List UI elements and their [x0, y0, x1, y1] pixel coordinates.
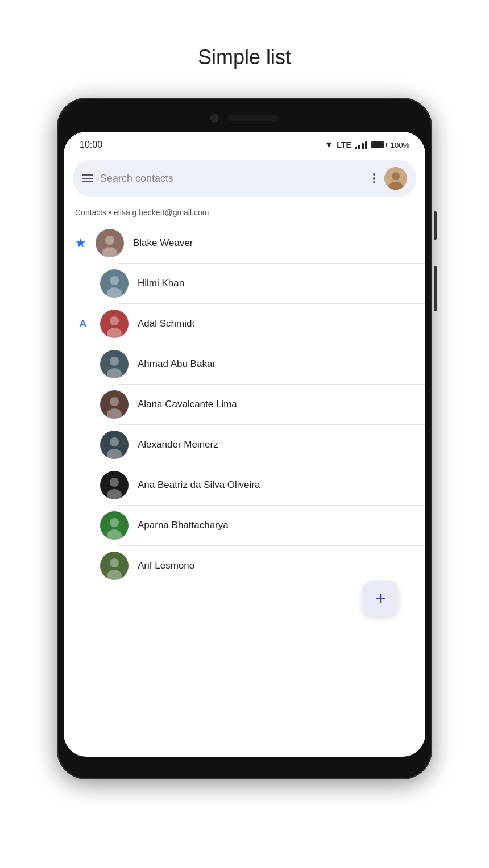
- svg-point-14: [107, 449, 122, 459]
- svg-point-3: [105, 236, 114, 245]
- phone-side-buttons: [434, 211, 437, 311]
- battery-tip: [386, 143, 387, 147]
- contact-row[interactable]: Hilmi Khan: [64, 264, 425, 303]
- signal-bar-2: [358, 145, 360, 149]
- contact-name: Alana Cavalcante Lima: [138, 399, 237, 410]
- svg-point-20: [107, 570, 122, 580]
- fab-area: +: [64, 581, 425, 616]
- phone-shell: 10:00 ▼ LTE 100%: [57, 98, 432, 779]
- signal-bar-3: [362, 143, 364, 149]
- contact-name: Ahmad Abu Bakar: [138, 358, 216, 370]
- account-subtitle: Contacts • elisa.g.beckett@gmail.com: [64, 205, 425, 223]
- contact-row[interactable]: Alana Cavalcante Lima: [64, 385, 425, 424]
- contact-avatar: [100, 269, 129, 298]
- hamburger-line-2: [82, 178, 93, 179]
- svg-point-1: [392, 172, 400, 180]
- contact-name: Aparna Bhattacharya: [138, 520, 229, 531]
- contact-avatar: [100, 390, 129, 419]
- svg-point-9: [110, 357, 119, 366]
- battery-percentage: 100%: [391, 141, 409, 149]
- svg-point-13: [110, 437, 119, 446]
- svg-point-10: [107, 368, 122, 378]
- contact-name: Alexander Meinerz: [138, 439, 218, 450]
- svg-point-4: [102, 247, 117, 257]
- status-icons: ▼ LTE 100%: [325, 140, 410, 150]
- svg-point-18: [107, 529, 122, 540]
- svg-point-5: [110, 276, 119, 285]
- status-bar: 10:00 ▼ LTE 100%: [64, 132, 425, 155]
- svg-point-15: [110, 478, 119, 487]
- contact-name: Hilmi Khan: [138, 278, 184, 289]
- phone-top-bar: [64, 105, 425, 132]
- svg-point-11: [110, 397, 119, 406]
- speaker: [227, 115, 279, 121]
- contact-avatar: [100, 350, 129, 378]
- battery-fill: [372, 143, 383, 147]
- power-button: [434, 266, 437, 311]
- contact-avatar: [100, 431, 129, 459]
- add-contact-fab[interactable]: +: [363, 581, 398, 616]
- contact-row[interactable]: Arif Lesmono: [64, 546, 425, 586]
- search-bar[interactable]: Search contacts: [73, 160, 416, 197]
- svg-point-12: [107, 408, 122, 419]
- signal-bar-4: [365, 141, 367, 149]
- account-avatar[interactable]: [384, 167, 407, 190]
- lte-label: LTE: [337, 140, 351, 149]
- svg-point-17: [110, 518, 119, 527]
- more-options-icon[interactable]: [371, 172, 378, 185]
- svg-point-6: [107, 287, 122, 298]
- hamburger-line-1: [82, 174, 93, 176]
- svg-point-16: [107, 489, 122, 499]
- volume-button: [434, 211, 437, 240]
- contact-avatar: [100, 552, 129, 580]
- search-bar-container: Search contacts: [64, 155, 425, 205]
- contact-avatar: [100, 511, 129, 540]
- contact-name: Blake Weaver: [133, 237, 193, 249]
- contact-name: Ana Beatriz da Silva Oliveira: [138, 479, 260, 491]
- contact-row[interactable]: Aparna Bhattacharya: [64, 506, 425, 545]
- signal-bar-1: [355, 147, 357, 149]
- front-camera: [210, 114, 218, 122]
- contact-row[interactable]: Ahmad Abu Bakar: [64, 344, 425, 384]
- battery-icon: [371, 141, 387, 148]
- phone-screen: 10:00 ▼ LTE 100%: [64, 132, 425, 757]
- battery-body: [371, 141, 384, 148]
- starred-mark: ★: [75, 236, 86, 251]
- contact-row[interactable]: ★ Blake Weaver: [64, 223, 425, 263]
- status-time: 10:00: [80, 140, 102, 150]
- contact-name: Adal Schmidt: [138, 318, 194, 329]
- svg-point-8: [107, 328, 122, 338]
- contact-row[interactable]: Ana Beatriz da Silva Oliveira: [64, 465, 425, 505]
- signal-bars: [355, 140, 367, 149]
- page-title: Simple list: [198, 45, 291, 69]
- hamburger-line-3: [82, 181, 93, 182]
- search-input[interactable]: Search contacts: [100, 173, 364, 185]
- contact-avatar: [100, 310, 129, 338]
- svg-point-7: [110, 316, 119, 326]
- contact-row[interactable]: Alexander Meinerz: [64, 425, 425, 465]
- hamburger-icon[interactable]: [82, 174, 93, 182]
- contact-name: Arif Lesmono: [138, 560, 194, 571]
- contact-avatar: [100, 471, 129, 499]
- contact-avatar: [96, 229, 124, 257]
- section-letter: A: [75, 318, 91, 329]
- contact-list: ★ Blake Weaver Hilmi KhanA Adal Schmidt …: [64, 223, 425, 586]
- contact-row[interactable]: A Adal Schmidt: [64, 304, 425, 344]
- wifi-icon: ▼: [325, 140, 334, 150]
- svg-point-19: [110, 558, 119, 567]
